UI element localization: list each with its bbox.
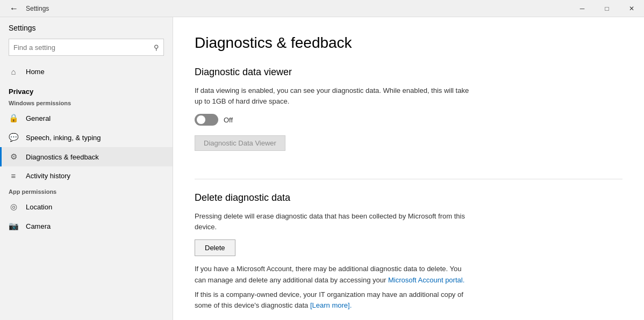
sidebar-item-location[interactable]: ◎ Location: [0, 197, 173, 216]
sidebar-item-diagnostics[interactable]: ⚙ Diagnostics & feedback: [0, 147, 173, 166]
delete-diagnostic-desc: Pressing delete will erase diagnostic da…: [195, 211, 474, 232]
camera-icon: 📷: [9, 221, 18, 231]
learn-more-link[interactable]: [Learn more].: [310, 301, 352, 309]
search-input[interactable]: [13, 43, 154, 52]
delete-info-text-1: If you have a Microsoft Account, there m…: [195, 264, 474, 286]
sidebar-app-title: Settings: [9, 24, 36, 32]
sidebar-item-speech[interactable]: 💬 Speech, inking, & typing: [0, 128, 173, 147]
sidebar-item-speech-label: Speech, inking, & typing: [26, 134, 101, 142]
sidebar-item-camera-label: Camera: [26, 222, 51, 230]
app-body: Settings ⚲ ⌂ Home Privacy Windows permis…: [0, 17, 644, 320]
maximize-button[interactable]: □: [595, 0, 619, 17]
sidebar-item-diagnostics-label: Diagnostics & feedback: [26, 153, 99, 161]
delete-diagnostic-title: Delete diagnostic data: [195, 192, 622, 203]
sidebar: Settings ⚲ ⌂ Home Privacy Windows permis…: [0, 17, 173, 320]
activity-icon: ≡: [9, 171, 18, 180]
privacy-heading: Privacy: [0, 81, 173, 97]
home-icon: ⌂: [9, 67, 18, 76]
back-button[interactable]: ←: [6, 3, 22, 14]
delete-button[interactable]: Delete: [195, 239, 235, 256]
toggle-row: Off: [195, 114, 622, 126]
diagnostic-viewer-title: Diagnostic data viewer: [195, 67, 622, 78]
lock-icon: 🔒: [9, 113, 18, 123]
toggle-off-label: Off: [224, 116, 233, 124]
sidebar-item-activity-label: Activity history: [26, 172, 70, 180]
titlebar-left: ← Settings: [6, 3, 49, 14]
toggle-thumb: [197, 115, 205, 124]
page-title: Diagnostics & feedback: [195, 34, 622, 52]
section-divider: [195, 179, 622, 179]
diagnostic-viewer-desc: If data viewing is enabled, you can see …: [195, 85, 474, 106]
close-button[interactable]: ✕: [619, 0, 644, 17]
data-viewer-toggle[interactable]: [195, 114, 218, 126]
titlebar-title: Settings: [26, 5, 49, 12]
delete-info-text-2: If this is a company-owned device, your …: [195, 289, 474, 312]
speech-icon: 💬: [9, 133, 18, 142]
main-content: Diagnostics & feedback Diagnostic data v…: [173, 17, 644, 320]
diagnostics-icon: ⚙: [9, 152, 18, 162]
diagnostic-data-viewer-section: Diagnostic data viewer If data viewing i…: [195, 67, 622, 166]
sidebar-item-activity[interactable]: ≡ Activity history: [0, 166, 173, 185]
microsoft-account-portal-link[interactable]: Microsoft Account portal.: [388, 276, 464, 284]
search-box[interactable]: ⚲: [9, 39, 164, 56]
sidebar-item-general-label: General: [26, 114, 51, 122]
titlebar: ← Settings ─ □ ✕: [0, 0, 644, 17]
diagnostic-data-viewer-button: Diagnostic Data Viewer: [195, 135, 285, 151]
sidebar-top: Settings: [0, 17, 173, 37]
titlebar-controls: ─ □ ✕: [570, 0, 644, 17]
windows-permissions-label: Windows permissions: [0, 97, 173, 108]
sidebar-item-general[interactable]: 🔒 General: [0, 108, 173, 128]
location-icon: ◎: [9, 202, 18, 212]
search-icon: ⚲: [154, 43, 159, 52]
sidebar-item-camera[interactable]: 📷 Camera: [0, 216, 173, 236]
minimize-button[interactable]: ─: [570, 0, 595, 17]
sidebar-item-home[interactable]: ⌂ Home: [0, 62, 173, 81]
delete-diagnostic-section: Delete diagnostic data Pressing delete w…: [195, 192, 622, 311]
sidebar-item-home-label: Home: [26, 68, 45, 76]
app-permissions-label: App permissions: [0, 185, 173, 197]
sidebar-item-location-label: Location: [26, 203, 52, 211]
